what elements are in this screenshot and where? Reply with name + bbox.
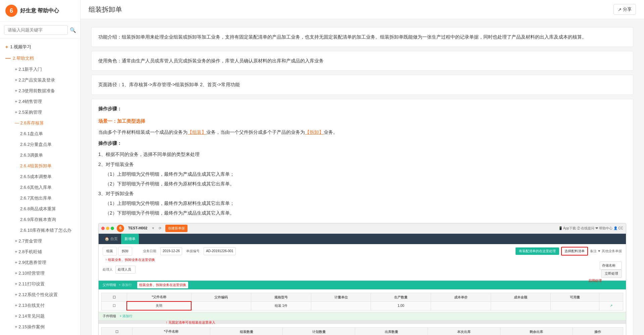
lth-out-qty: 出库数量 (355, 328, 428, 335)
lth-assemble-qty: 组装数量 (210, 328, 282, 335)
ops-title: 操作步骤： (98, 105, 626, 113)
minimize-btn-dot (106, 227, 109, 230)
nav-children-2-6: 2.6.1盘点单 2.6.2分量盘点单 2.6.3调拨单 2.6.4组装拆卸单 … (9, 128, 80, 236)
lth-child-name: *子件名称 (132, 328, 210, 335)
sidebar-label-video: 1.视频学习 (10, 44, 31, 50)
sidebar-item-2-6-8[interactable]: 2.6.8商品成本重算 (15, 204, 80, 214)
btn-create-order[interactable]: 创建新单据 (165, 225, 187, 232)
lower-section-add[interactable]: + 添加行 (120, 314, 133, 318)
sidebar-item-help[interactable]: — 2.帮助文档 (0, 53, 80, 64)
sidebar-item-2-6-2[interactable]: 2.6.2分量盘点单 (15, 139, 80, 150)
nav-children-help: + 2.1新手入门 + 2.2产品安装及登录 + 2.3使用前数据准备 + 2.… (0, 64, 80, 332)
menu-refresh: ⟳ (159, 225, 161, 231)
lower-section-label: 子件明细 (103, 314, 116, 318)
th-cost-price: 成本单价 (431, 293, 491, 302)
th-ops (599, 293, 623, 302)
sidebar-item-video[interactable]: + 1.视频学习 (0, 41, 80, 53)
step1: 1、根据不同的业务，选择不同单据的类型来处理 (98, 150, 626, 159)
sidebar: 6 好生意 帮助中心 🔍 + 1.视频学习 — 2.帮助文档 + 2.1新手入门… (0, 0, 80, 335)
btn-confirm[interactable]: 立即处理 (601, 270, 622, 278)
sidebar-item-2-3[interactable]: + 2.3使用前数据准备 (9, 86, 80, 96)
sidebar-item-2-1[interactable]: + 2.1新手入门 (9, 64, 80, 75)
maximize-btn-dot (111, 227, 114, 230)
intro-text: 功能介绍：组装拆卸单用来处理企业组装或拆卸等加工业务，支持有固定装配清单的产品加… (98, 34, 587, 40)
logo-char: 6 (10, 7, 13, 14)
scene1-desc: 当由多个子件材料组装成一个成品的业务为【组装】业务，当由一个父件拆分成多个子产品… (98, 128, 626, 136)
upper-table: ☐ *父件名称 父件编码 规格型号 计量单位 生产数量 成本单价 成本金额 可用… (101, 293, 623, 311)
th-parent-name: *父件名称 (127, 293, 191, 302)
ops-block: 操作步骤： 场景一：加工类型选择 当由多个子件材料组装成一个成品的业务为【组装】… (91, 99, 633, 335)
td-spec: 组装 1件 (251, 301, 311, 310)
logo-text: 好生意 帮助中心 (20, 7, 59, 14)
th-produce-qty: 生产数量 (371, 293, 431, 302)
sidebar-item-2-14[interactable]: + 2.14常见问题 (9, 311, 80, 322)
td-checkbox: ☐ (102, 301, 127, 310)
screenshot-container: 6 TEST-H002 ▼ ⟳ 创建新单据 📱 App下载 ② 在线提问 ❤ 帮… (98, 223, 626, 335)
nav-active-tab[interactable]: 新增单 (121, 234, 139, 244)
sidebar-item-2-6-9[interactable]: 2.6.9库存账本查询 (15, 214, 80, 225)
sidebar-item-2-7[interactable]: + 2.7资金管理 (9, 236, 80, 246)
annotation-type: ↑ 组装业务、拆卸业务在这里切换 (105, 257, 155, 263)
form-extra: 备注 ▼ 其他业务单据 (590, 248, 622, 254)
sidebar-item-2-8[interactable]: + 2.8手机旺铺 (9, 246, 80, 257)
annotation-no-fixed: ↑ 无固定清单可在组装在这里录入 (166, 320, 215, 326)
step2: 2、对于组装业务 (98, 160, 626, 169)
field-processor[interactable]: 处理人员 (115, 266, 136, 274)
sidebar-item-2-13[interactable]: + 2.13在线支付 (9, 300, 80, 311)
form-ordernum-value[interactable]: AD-20191226-001 (204, 247, 236, 255)
minus-icon-help: — (5, 55, 11, 61)
share-icon: ↗ (618, 7, 622, 12)
sidebar-item-2-6-7[interactable]: 2.6.7其他出库单 (15, 193, 80, 204)
path-text: 页面路径：1、库存核算->库存管理->组装拆卸单 2、首页->常用功能 (98, 82, 240, 87)
sidebar-item-2-4[interactable]: + 2.4销售管理 (9, 96, 80, 107)
sidebar-item-2-12[interactable]: + 2.12系统个性化设置 (9, 289, 80, 300)
app-menubar: 6 TEST-H002 ▼ ⟳ 创建新单据 📱 App下载 ② 在线提问 ❤ 帮… (117, 225, 623, 232)
sidebar-item-2-6-6[interactable]: 2.6.6其他入库单 (15, 182, 80, 193)
search-input[interactable] (4, 25, 68, 35)
sidebar-item-2-6-1[interactable]: 2.6.1盘点单 (15, 128, 80, 139)
sidebar-item-2-15[interactable]: + 2.15操作案例 (9, 322, 80, 332)
td-available (551, 301, 599, 310)
btn-select-config[interactable]: 选择配料清单 (561, 247, 588, 256)
lth-remain-out: 剩余出库 (500, 328, 573, 335)
sidebar-item-2-5[interactable]: + 2.5采购管理 (9, 107, 80, 118)
role-block: 使用角色：通常由生产人员或库管人员完成拆装业务的操作，库管人员确认原材料的出库和… (91, 51, 633, 71)
sidebar-item-2-6-3[interactable]: 2.6.3调拨单 (15, 150, 80, 161)
form-row-1: 组装 拆卸 ↑ 组装业务、拆卸业务在这里切换 业务日期 2019-12-26 单… (103, 247, 622, 256)
table-row: ☐ 关羽 组装 1件 1.00 ↗ (102, 301, 623, 310)
share-button[interactable]: ↗ 分享 (613, 4, 636, 15)
close-btn-dot (101, 227, 105, 230)
step2-2: （2）下部明细为子件明细，最终作为原材料生成其它出库单。 (105, 180, 626, 188)
logo-icon: 6 (5, 5, 17, 17)
form-date-value[interactable]: 2019-12-26 (160, 247, 182, 255)
td-ops-btn[interactable]: ↗ (599, 301, 623, 310)
tab-chaishou[interactable]: 拆卸 (118, 247, 132, 256)
tab-zuzhuang[interactable]: 组装 (103, 247, 117, 256)
role-text: 使用角色：通常由生产人员或库管人员完成拆装业务的操作，库管人员确认原材料的出库和… (98, 58, 324, 63)
sidebar-item-2-6-5[interactable]: 2.6.5成本调整单 (15, 171, 80, 182)
sidebar-item-2-10[interactable]: + 2.10经营管理 (9, 268, 80, 279)
form-date-label: 业务日期 (143, 248, 156, 254)
sidebar-item-2-2[interactable]: + 2.2产品安装及登录 (9, 75, 80, 86)
annotation-section: 组装业务、拆卸业务在这里切换 (137, 282, 188, 288)
td-unit (311, 301, 371, 310)
field-qiyong[interactable]: 存储名称 (600, 262, 622, 270)
td-cost-price (431, 301, 491, 310)
sidebar-item-2-6[interactable]: — 2.6库存核算 (9, 118, 80, 128)
form-ordernum-label: 单据编号 (186, 248, 200, 254)
screenshot-form-area: 组装 拆卸 ↑ 组装业务、拆卸业务在这里切换 业务日期 2019-12-26 单… (99, 244, 626, 281)
sidebar-item-2-9[interactable]: + 2.9优惠券管理 (9, 257, 80, 268)
path-block: 页面路径：1、库存核算->库存管理->组装拆卸单 2、首页->常用功能 (91, 75, 633, 95)
search-button[interactable]: 🔍 (70, 25, 76, 35)
th-available: 可用量 (551, 293, 599, 302)
td-parent-name[interactable]: 关羽 (127, 301, 191, 310)
content-area: 功能介绍：组装拆卸单用来处理企业组装或拆卸等加工业务，支持有固定装配清单的产品加… (80, 19, 644, 335)
sidebar-item-2-6-10[interactable]: 2.6.10库存账本错了怎么办 (15, 225, 80, 236)
step3-2: （2）下部明细为子件明细，最终作为产成品生成其它入库单。 (105, 209, 626, 217)
sidebar-item-2-11[interactable]: + 2.11打印设置 (9, 279, 80, 289)
annotation-qiyong: 启用处理 (588, 278, 602, 284)
sidebar-item-2-6-4[interactable]: 2.6.4组装拆卸单 (15, 161, 80, 171)
section-divider: 父件明细 + 添加行 组装业务、拆卸业务在这里切换 (99, 281, 626, 289)
section-add-btn[interactable]: + 添加行 (119, 282, 132, 288)
td-parent-code (191, 301, 251, 310)
